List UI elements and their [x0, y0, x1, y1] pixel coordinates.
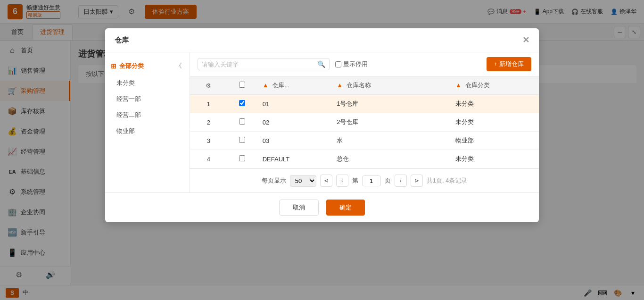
page-label: 第 [352, 176, 358, 185]
category-panel-header: ⊞ 全部分类 《 [105, 57, 190, 75]
page-unit: 页 [385, 176, 391, 185]
th-category: ▲ 仓库分类 [450, 76, 539, 95]
table-body: 1 01 1号仓库 未分类 2 02 2号仓库 未分类 3 03 水 物业部 4… [190, 95, 539, 168]
sort-cat-icon[interactable]: ▲ [455, 82, 462, 89]
row-num: 3 [190, 132, 227, 150]
row-checkbox-cell [227, 113, 257, 132]
th-cat-label: 仓库分类 [465, 82, 490, 89]
table-panel: 🔍 显示停用 + 新增仓库 ⚙ [190, 52, 539, 192]
modal-footer: 取消 确定 [105, 192, 539, 222]
table-row[interactable]: 2 02 2号仓库 未分类 [190, 113, 539, 132]
search-icon[interactable]: 🔍 [317, 60, 325, 68]
th-checkbox [227, 76, 257, 95]
page-total-info: 共1页, 4条记录 [427, 176, 468, 185]
search-input[interactable] [202, 61, 315, 68]
row-num: 4 [190, 150, 227, 168]
data-table: ⚙ ▲ 仓库... ▲ [190, 76, 539, 168]
modal-title: 仓库 [115, 36, 129, 45]
page-first-btn[interactable]: ⊲ [320, 175, 332, 187]
cancel-button[interactable]: 取消 [279, 200, 319, 216]
row-checkbox-cell [227, 95, 257, 113]
pagination: 每页显示 50 20 100 ⊲ ‹ 第 页 › ⊳ 共1页, 4条记录 [190, 168, 539, 192]
category-all-label: 全部分类 [119, 62, 144, 70]
category-title: ⊞ 全部分类 [111, 62, 144, 70]
th-settings: ⚙ [190, 76, 227, 95]
sort-code-icon[interactable]: ▲ [263, 82, 269, 89]
category-panel: ⊞ 全部分类 《 未分类 经营一部 经营二部 物业部 [105, 52, 190, 192]
per-page-select[interactable]: 50 20 100 [290, 175, 316, 187]
row-category: 未分类 [450, 95, 539, 113]
row-select-checkbox[interactable] [239, 137, 245, 143]
show-disabled-label[interactable]: 显示停用 [335, 60, 368, 68]
category-item-ops2[interactable]: 经营二部 [105, 107, 190, 123]
category-item-property[interactable]: 物业部 [105, 123, 190, 139]
table-row[interactable]: 4 DEFAULT 总仓 未分类 [190, 150, 539, 168]
page-current-input[interactable] [362, 175, 381, 186]
modal-header: 仓库 ✕ [105, 28, 539, 52]
confirm-button[interactable]: 确定 [326, 200, 365, 216]
row-name: 2号仓库 [331, 113, 450, 132]
warehouse-modal: 仓库 ✕ ⊞ 全部分类 《 未分类 经营一部 [105, 28, 539, 222]
page-next-btn[interactable]: › [395, 175, 407, 187]
add-warehouse-btn[interactable]: + 新增仓库 [487, 57, 531, 71]
th-name: ▲ 仓库名称 [331, 76, 450, 95]
row-select-checkbox[interactable] [239, 118, 245, 125]
th-name-label: 仓库名称 [347, 82, 371, 89]
row-checkbox-cell [227, 132, 257, 150]
table-header-row: ⚙ ▲ 仓库... ▲ [190, 76, 539, 95]
category-item-unclassified[interactable]: 未分类 [105, 75, 190, 91]
row-name: 1号仓库 [331, 95, 450, 113]
category-item-ops1[interactable]: 经营一部 [105, 91, 190, 107]
row-select-checkbox[interactable] [239, 100, 245, 106]
row-num: 2 [190, 113, 227, 132]
th-code: ▲ 仓库... [257, 76, 331, 95]
show-disabled-text: 显示停用 [343, 60, 368, 68]
row-select-checkbox[interactable] [239, 155, 245, 161]
per-page-label: 每页显示 [262, 176, 286, 185]
modal-close-button[interactable]: ✕ [522, 35, 529, 45]
row-checkbox-cell [227, 150, 257, 168]
row-category: 物业部 [450, 132, 539, 150]
row-code: 01 [257, 95, 331, 113]
row-code: 02 [257, 113, 331, 132]
table-toolbar: 🔍 显示停用 + 新增仓库 [190, 52, 539, 76]
row-code: DEFAULT [257, 150, 331, 168]
row-category: 未分类 [450, 113, 539, 132]
row-category: 未分类 [450, 150, 539, 168]
page-last-btn[interactable]: ⊳ [411, 175, 423, 187]
sort-name-icon[interactable]: ▲ [337, 82, 343, 89]
table-row[interactable]: 3 03 水 物业部 [190, 132, 539, 150]
warehouse-table: ⚙ ▲ 仓库... ▲ [190, 76, 539, 168]
table-row[interactable]: 1 01 1号仓库 未分类 [190, 95, 539, 113]
search-box: 🔍 [198, 58, 330, 70]
settings-col-icon: ⚙ [206, 82, 211, 89]
show-disabled-checkbox[interactable] [335, 61, 341, 67]
row-name: 总仓 [331, 150, 450, 168]
row-code: 03 [257, 132, 331, 150]
grid-icon: ⊞ [111, 62, 116, 70]
page-prev-btn[interactable]: ‹ [336, 175, 348, 187]
select-all-checkbox[interactable] [239, 82, 245, 88]
th-code-label: 仓库... [272, 82, 289, 89]
row-num: 1 [190, 95, 227, 113]
modal-overlay: 仓库 ✕ ⊞ 全部分类 《 未分类 经营一部 [0, 0, 644, 300]
category-collapse-btn[interactable]: 《 [173, 61, 184, 71]
row-name: 水 [331, 132, 450, 150]
modal-body: ⊞ 全部分类 《 未分类 经营一部 经营二部 物业部 [105, 52, 539, 192]
